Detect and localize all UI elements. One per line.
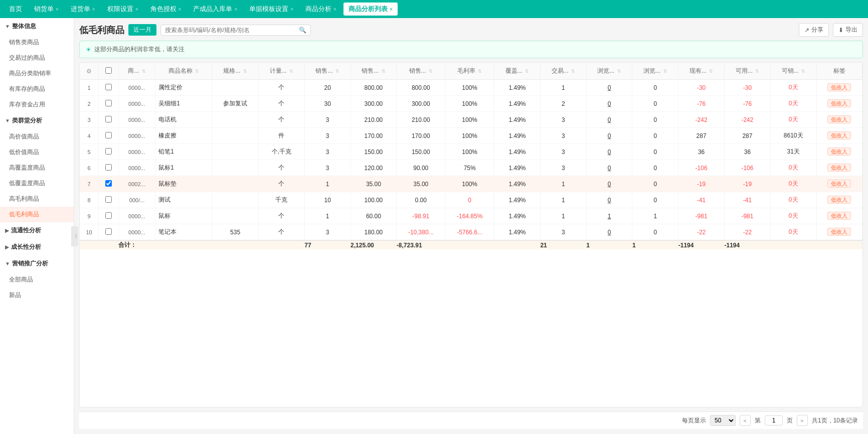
row-checkbox[interactable]: [105, 148, 112, 155]
col-sale-qty[interactable]: 销售... ⇅: [304, 63, 351, 80]
row-checkbox[interactable]: [105, 180, 112, 187]
nav-roles-close[interactable]: ×: [179, 7, 182, 12]
cell-browse1[interactable]: 0: [586, 160, 632, 176]
sidebar-item-sales-goods[interactable]: 销售类商品: [0, 35, 74, 50]
sidebar-item-category-rate[interactable]: 商品分类助销率: [0, 66, 74, 81]
col-browse2[interactable]: 浏览... ⇅: [632, 63, 678, 80]
row-checkbox[interactable]: [105, 100, 112, 106]
cell-checkbox[interactable]: [99, 80, 119, 96]
nav-template[interactable]: 单据模板设置 ×: [244, 3, 298, 16]
nav-analysis-list[interactable]: 商品分析列表 ×: [343, 3, 398, 16]
sidebar-item-low-value[interactable]: 低价值商品: [0, 144, 74, 160]
nav-purchase-close[interactable]: ×: [92, 7, 95, 12]
col-trade[interactable]: 交易... ⇅: [540, 63, 586, 80]
col-sale-amount[interactable]: 销售... ⇅: [397, 63, 445, 80]
cell-checkbox[interactable]: [99, 176, 119, 192]
col-name[interactable]: 商品名称 ⇅: [155, 63, 212, 80]
sidebar-collapse-button[interactable]: 《: [71, 226, 78, 246]
nav-sales[interactable]: 销货单 ×: [29, 3, 64, 16]
cell-name[interactable]: 吴细细1: [155, 96, 212, 112]
cell-checkbox[interactable]: [99, 144, 119, 160]
col-unit[interactable]: 计量... ⇅: [259, 63, 305, 80]
browse-link[interactable]: 0: [608, 181, 611, 188]
cell-name[interactable]: 电话机: [155, 112, 212, 128]
col-browse1[interactable]: 浏览... ⇅: [586, 63, 632, 80]
share-button[interactable]: ↗ 分享: [799, 23, 829, 37]
sidebar-item-inventory-capital[interactable]: 库存资金占用: [0, 97, 74, 112]
sidebar-item-low-coverage[interactable]: 低覆盖度商品: [0, 176, 74, 191]
cell-name[interactable]: 鼠标1: [155, 160, 212, 176]
nav-permissions[interactable]: 权限设置 ×: [102, 3, 143, 16]
filter-period-button[interactable]: 近一月: [128, 24, 156, 36]
cell-checkbox[interactable]: [99, 96, 119, 112]
cell-browse1[interactable]: 0: [586, 112, 632, 128]
col-tag[interactable]: 标签: [816, 63, 862, 80]
cell-checkbox[interactable]: [99, 208, 119, 224]
cell-browse1[interactable]: 0: [586, 128, 632, 144]
cell-name[interactable]: 笔记本: [155, 224, 212, 241]
sidebar-item-high-value[interactable]: 高价值商品: [0, 129, 74, 144]
sidebar-item-high-margin[interactable]: 高毛利商品: [0, 191, 74, 207]
nav-analysis-list-close[interactable]: ×: [390, 7, 393, 12]
sidebar-section-cluster[interactable]: ▼ 类群堂分析: [0, 112, 74, 129]
cell-checkbox[interactable]: [99, 128, 119, 144]
row-checkbox[interactable]: [105, 84, 112, 90]
sidebar-item-high-coverage[interactable]: 高覆盖度商品: [0, 160, 74, 176]
col-current[interactable]: 现有... ⇅: [678, 63, 725, 80]
nav-purchase[interactable]: 进货单 ×: [66, 3, 100, 16]
sidebar-section-growth[interactable]: ▶ 成长性分析: [0, 239, 74, 255]
browse-link[interactable]: 1: [608, 213, 611, 220]
cell-name[interactable]: 属性定价: [155, 80, 212, 96]
per-page-select[interactable]: 50 20 100: [710, 415, 736, 426]
cell-checkbox[interactable]: [99, 112, 119, 128]
row-checkbox[interactable]: [105, 132, 112, 138]
page-number-input[interactable]: [765, 415, 783, 425]
cell-name[interactable]: 鼠标: [155, 208, 212, 224]
browse-link[interactable]: 0: [608, 165, 611, 172]
sidebar-section-overall[interactable]: ▼ 整体信息: [0, 18, 74, 35]
sidebar-section-flow[interactable]: ▶ 流通性分析: [0, 222, 74, 239]
cell-name[interactable]: 橡皮擦: [155, 128, 212, 144]
sidebar-item-new-goods[interactable]: 新品: [0, 287, 74, 303]
sidebar-item-traded-goods[interactable]: 交易过的商品: [0, 50, 74, 66]
browse-link[interactable]: 0: [608, 197, 611, 204]
col-saleable[interactable]: 可销... ⇅: [770, 63, 816, 80]
select-all-checkbox[interactable]: [105, 67, 112, 74]
col-gross-margin[interactable]: 毛利率 ⇅: [445, 63, 494, 80]
col-gear[interactable]: ⚙: [80, 63, 99, 80]
export-button[interactable]: ⬇ 导出: [833, 23, 863, 37]
sidebar-item-stocked-goods[interactable]: 有库存的商品: [0, 81, 74, 97]
cell-checkbox[interactable]: [99, 224, 119, 241]
col-spec[interactable]: 规格... ⇅: [212, 63, 259, 80]
browse-link[interactable]: 0: [608, 149, 611, 156]
nav-home[interactable]: 首页: [4, 3, 27, 16]
browse-link[interactable]: 0: [608, 100, 611, 107]
cell-checkbox[interactable]: [99, 192, 119, 208]
row-checkbox[interactable]: [105, 212, 112, 219]
cell-name[interactable]: 鼠标垫: [155, 176, 212, 192]
cell-name[interactable]: 测试: [155, 192, 212, 208]
settings-icon[interactable]: ⚙: [86, 68, 92, 75]
browse-link[interactable]: 0: [608, 84, 611, 91]
cell-browse1[interactable]: 0: [586, 176, 632, 192]
nav-sales-close[interactable]: ×: [56, 7, 59, 12]
col-checkbox[interactable]: [99, 63, 119, 80]
cell-browse1[interactable]: 0: [586, 224, 632, 241]
cell-browse1[interactable]: 0: [586, 192, 632, 208]
cell-browse1[interactable]: 0: [586, 80, 632, 96]
next-page-button[interactable]: ＞: [797, 415, 808, 426]
cell-browse1[interactable]: 0: [586, 96, 632, 112]
sidebar-item-low-margin[interactable]: 低毛利商品: [0, 207, 74, 222]
cell-browse1[interactable]: 1: [586, 208, 632, 224]
col-available[interactable]: 可用... ⇅: [725, 63, 771, 80]
cell-browse1[interactable]: 0: [586, 144, 632, 160]
sidebar-section-marketing[interactable]: ▼ 营销推广分析: [0, 255, 74, 272]
cell-name[interactable]: 铅笔1: [155, 144, 212, 160]
browse-link[interactable]: 0: [608, 229, 611, 236]
row-checkbox[interactable]: [105, 116, 112, 122]
nav-products-close[interactable]: ×: [234, 7, 237, 12]
col-coverage[interactable]: 覆盖... ⇅: [494, 63, 541, 80]
nav-products[interactable]: 产成品入库单 ×: [188, 3, 242, 16]
nav-analysis[interactable]: 商品分析 ×: [300, 3, 341, 16]
search-input[interactable]: [165, 27, 299, 34]
